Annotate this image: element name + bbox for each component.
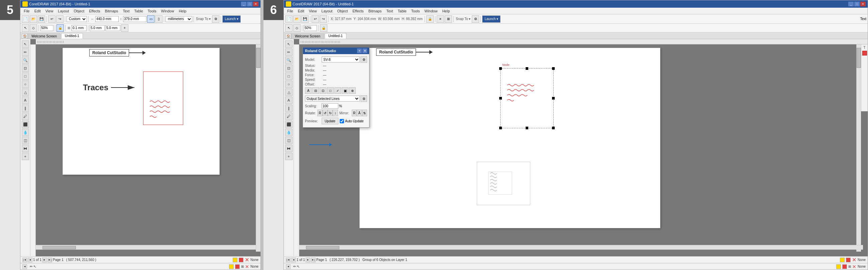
model-settings-btn-6[interactable]: ⚙ [361, 56, 367, 63]
scaling-input-6[interactable] [322, 103, 338, 109]
scrollbar-h-6[interactable] [299, 245, 863, 249]
page-size-dropdown-5[interactable]: Custom [66, 16, 87, 22]
prev-page-6[interactable]: |◄ [286, 258, 290, 262]
menu-window-5[interactable]: Window [159, 9, 176, 13]
minimize-btn-6[interactable]: _ [848, 2, 854, 6]
tool-node-6[interactable]: ◇ [293, 24, 301, 32]
menu-tools-6[interactable]: Tools [409, 9, 422, 13]
tool-blend-5[interactable]: ⧓ [22, 145, 29, 152]
rotate-ccw-btn-6[interactable]: ↺ [323, 110, 328, 116]
close-icon-5[interactable]: ✕ [245, 264, 249, 269]
dialog-cut7-btn-6[interactable]: ⊕ [349, 87, 356, 94]
dialog-cut2-btn-6[interactable]: ⊟ [312, 87, 319, 94]
mirror-v-btn-6[interactable]: Ā [357, 110, 362, 116]
tool-eyedrop-5[interactable]: 💧 [22, 129, 29, 136]
align-btn-6[interactable]: ≡ [437, 15, 444, 23]
open-btn-6[interactable]: 📂 [293, 15, 301, 23]
auto-update-checkbox-6[interactable] [340, 119, 344, 123]
prev-5[interactable]: ◄ [28, 258, 32, 262]
home-btn-6[interactable]: 🏠 [285, 33, 291, 39]
transform-btn-6[interactable]: ⊞ [445, 15, 452, 23]
tab-welcome-6[interactable]: Welcome Screen [291, 33, 324, 39]
menu-effects-6[interactable]: Effects [350, 9, 366, 13]
zoom-input-5[interactable] [40, 25, 54, 31]
tool-parallel-5[interactable]: ∥ [22, 105, 29, 112]
menu-object-5[interactable]: Object [71, 9, 86, 13]
menu-object-6[interactable]: Object [335, 9, 350, 13]
scroll-thumb-h-6[interactable] [306, 246, 339, 249]
menu-layout-6[interactable]: Layout [319, 9, 334, 13]
menu-text-5[interactable]: Text [121, 9, 131, 13]
snap-settings-6[interactable]: ⚙ [472, 15, 479, 23]
maximize-btn-6[interactable]: □ [854, 2, 860, 6]
next-5[interactable]: ► [42, 258, 47, 262]
tool-select-5[interactable]: ↖ [22, 24, 29, 32]
tool-arrow-5[interactable]: ↖ [22, 40, 29, 48]
color-sq-red-5[interactable] [235, 264, 240, 269]
prev-6[interactable]: ◄ [291, 258, 296, 262]
tool-shadow-5[interactable]: ◫ [22, 137, 29, 144]
save-btn-6[interactable]: 💾 [301, 15, 309, 23]
zoom-lock-5[interactable]: 🔒 [57, 24, 64, 32]
menu-window-6[interactable]: Window [423, 9, 440, 13]
delete-icon-5[interactable]: ✕ [245, 257, 249, 263]
scrollbar-h-5[interactable] [36, 245, 256, 249]
size2-input-5[interactable] [105, 25, 120, 31]
mirror-d-btn-6[interactable]: ⇅ [362, 110, 367, 116]
tool-zoom-6[interactable]: 🔍 [285, 57, 292, 64]
tool-parallel-6[interactable]: ∥ [285, 105, 292, 112]
color-sq-yellow-5[interactable] [229, 264, 234, 269]
lock-ratio-6[interactable]: 🔒 [426, 15, 434, 23]
maximize-btn-5[interactable]: □ [247, 2, 252, 6]
tool-crop-6[interactable]: ⊡ [285, 65, 292, 72]
new-btn-6[interactable]: 📄 [285, 15, 292, 23]
tool-select-6[interactable]: ↖ [285, 24, 292, 32]
menu-layout-5[interactable]: Layout [56, 9, 71, 13]
tool-crop-5[interactable]: ⊡ [22, 65, 29, 72]
save-btn-5[interactable]: 💾 [38, 15, 45, 23]
next-6[interactable]: ► [306, 258, 310, 262]
tool-connect-5[interactable]: + [22, 153, 29, 160]
zoom-input-6[interactable] [304, 25, 317, 31]
delete-icon-6[interactable]: ✕ [852, 257, 856, 263]
arrow-left-5[interactable]: ◄ [22, 264, 27, 269]
menu-bitmaps-5[interactable]: Bitmaps [103, 9, 120, 13]
tool-fill-6[interactable]: ⬛ [285, 121, 292, 128]
undo-btn-6[interactable]: ↩ [312, 15, 319, 23]
dialog-cut4-btn-6[interactable]: □ [327, 87, 334, 94]
close-icon-6[interactable]: ✕ [852, 264, 856, 269]
menu-effects-5[interactable]: Effects [87, 9, 102, 13]
prev-page-5[interactable]: |◄ [22, 258, 27, 262]
tool-node-5[interactable]: ◇ [30, 24, 37, 32]
menu-help-6[interactable]: Help [440, 9, 452, 13]
width-input-5[interactable] [95, 16, 119, 22]
add-btn-5[interactable]: + [121, 24, 128, 32]
minimize-btn-5[interactable]: _ [241, 2, 246, 6]
menu-view-6[interactable]: View [307, 9, 319, 13]
tool-rect-6[interactable]: □ [285, 72, 292, 80]
tool-blend-6[interactable]: ⧓ [285, 145, 292, 152]
tool-freehand-5[interactable]: ✏ [22, 48, 29, 56]
menu-text-6[interactable]: Text [384, 9, 395, 13]
tool-ellipse-5[interactable]: ○ [22, 80, 29, 88]
menu-file-6[interactable]: File [285, 9, 295, 13]
output-settings-btn-6[interactable]: ⚙ [361, 95, 367, 102]
next-page-5[interactable]: ►| [48, 258, 52, 262]
rotate-r-btn-6[interactable]: R [317, 110, 322, 116]
units-dropdown-5[interactable]: millimeters [165, 16, 192, 22]
scroll-thumb-v-6[interactable] [857, 48, 861, 68]
zoom-lock-6[interactable]: 🔒 [320, 24, 327, 32]
tool-text-5[interactable]: A [22, 97, 29, 104]
color-sq-yellow-6[interactable] [836, 264, 841, 269]
scrollbar-v-6[interactable] [856, 44, 861, 251]
tool-pen-5[interactable]: 🖊 [22, 112, 29, 120]
menu-table-6[interactable]: Table [396, 9, 409, 13]
tool-text-6[interactable]: A [285, 97, 292, 104]
tool-fill-5[interactable]: ⬛ [22, 121, 29, 128]
launch-btn-6[interactable]: Launch ▾ [482, 15, 500, 23]
tool-shadow-6[interactable]: ◫ [285, 137, 292, 144]
tool-eyedrop-6[interactable]: 💧 [285, 129, 292, 136]
dialog-close-btn-6[interactable]: ✕ [363, 48, 367, 53]
color-swatch-yellow-5[interactable] [233, 258, 238, 262]
redo-btn-6[interactable]: ↪ [320, 15, 327, 23]
